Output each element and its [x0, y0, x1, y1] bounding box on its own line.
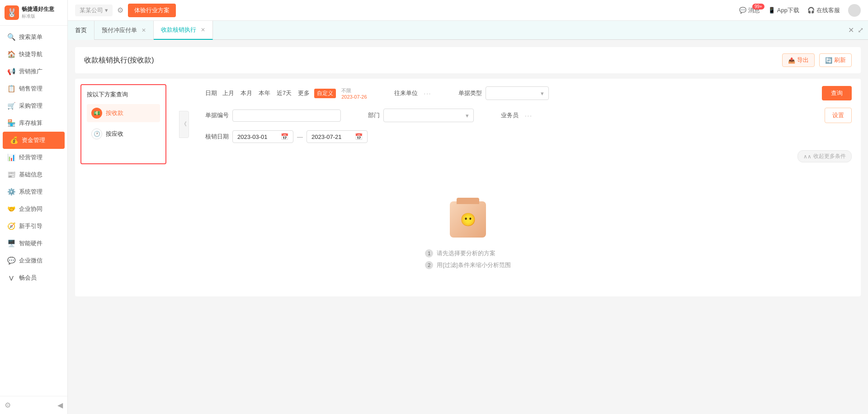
sidebar-item-funds[interactable]: 💰 资金管理 [3, 132, 65, 149]
message-icon: 💬 [739, 7, 746, 14]
staff-dots-icon: ··· [525, 112, 533, 119]
logo-text: 畅捷通好生意 标准版 [22, 6, 54, 19]
filter-verify-date-item: 核销日期 📅 — 📅 [205, 130, 368, 143]
tab-receipt-verify-close[interactable]: ✕ [201, 27, 205, 33]
sidebar-item-basic[interactable]: 📰 基础信息 [0, 166, 67, 183]
export-icon: 📤 [788, 57, 795, 64]
tab-bar-actions: ✕ ⤢ [848, 26, 868, 34]
sidebar-item-sales[interactable]: 📋 销售管理 [0, 80, 67, 97]
online-service-label: 在线客服 [816, 6, 840, 14]
panel-collapse-btn[interactable]: 《 [179, 111, 189, 138]
app-download-label: App下载 [777, 6, 799, 14]
tab-prepay-label: 预付冲应付单 [102, 26, 137, 34]
query-option-by-receivable[interactable]: 🕐 按应收 [87, 125, 160, 143]
date-opt-this-month[interactable]: 本月 [239, 88, 254, 98]
user-avatar[interactable] [848, 4, 861, 17]
sidebar-item-basic-label: 基础信息 [19, 171, 42, 179]
sidebar-item-system[interactable]: ⚙️ 系统管理 [0, 183, 67, 200]
setting-btn[interactable]: 设置 [825, 108, 852, 123]
sidebar-item-inventory[interactable]: 🏪 库存核算 [0, 114, 67, 132]
filter-row-3: 核销日期 📅 — 📅 [205, 130, 852, 143]
online-service-btn[interactable]: 🎧 在线客服 [807, 6, 840, 14]
setting-actions: 设置 [825, 108, 852, 123]
sidebar-item-search-label: 搜索菜单 [19, 33, 42, 41]
sidebar-item-wechat[interactable]: 💬 企业微信 [0, 252, 67, 269]
app-download-btn[interactable]: 📱 App下载 [768, 6, 799, 14]
collapse-arrow-icon: 《 [181, 120, 187, 128]
filter-row-2: 单据编号 部门 ▾ 业务员 ··· [205, 108, 852, 123]
operations-icon: 📊 [7, 153, 15, 162]
date-range-separator: — [297, 133, 303, 140]
search-icon: 🔍 [7, 33, 15, 41]
home-icon: 🏠 [7, 50, 15, 58]
tab-receipt-verify[interactable]: 收款核销执行 ✕ [154, 21, 213, 40]
refresh-btn[interactable]: 🔄 刷新 [819, 53, 852, 67]
refresh-label: 刷新 [834, 56, 846, 64]
bill-type-select[interactable]: ▾ [486, 86, 549, 100]
settings-icon[interactable]: ⚙ [5, 401, 11, 409]
calendar-to-icon[interactable]: 📅 [355, 133, 363, 140]
date-opt-last-month[interactable]: 上月 [221, 88, 236, 98]
sidebar-item-hardware[interactable]: 🖥️ 智能硬件 [0, 235, 67, 252]
sidebar-item-search[interactable]: 🔍 搜索菜单 [0, 29, 67, 46]
tab-prepay[interactable]: 预付冲应付单 ✕ [94, 21, 154, 40]
service-icon: 🎧 [807, 7, 815, 14]
query-btn[interactable]: 查询 [822, 86, 852, 100]
tab-receipt-verify-label: 收款核销执行 [161, 26, 196, 34]
filter-date-item: 日期 上月 本月 本年 近7天 更多 自定义 不限 2 [205, 87, 367, 100]
sidebar: 🐰 畅捷通好生意 标准版 🔍 搜索菜单 🏠 快捷导航 📢 营销推广 📋 销售管理… [0, 0, 68, 414]
top-header: 某某公司 ▾ ⚙ 体验行业方案 💬 消息 99+ 📱 App下载 🎧 在线客服 [68, 0, 868, 21]
funds-icon: 💰 [10, 136, 18, 144]
header-right: 💬 消息 99+ 📱 App下载 🎧 在线客服 [739, 4, 861, 17]
sidebar-item-purchase[interactable]: 🛒 采购管理 [0, 97, 67, 114]
bill-no-label: 单据编号 [205, 111, 229, 119]
industry-btn[interactable]: 体验行业方案 [128, 4, 176, 17]
collapse-conditions-btn[interactable]: ∧∧ 收起更多条件 [797, 150, 852, 162]
dept-select[interactable]: ▾ [383, 109, 474, 122]
counterpart-label: 往来单位 [394, 89, 418, 97]
sidebar-item-sales-label: 销售管理 [19, 85, 42, 93]
tip-num-2: 2 [425, 261, 433, 269]
page-content: 收款核销执行(按收款) 📤 导出 🔄 刷新 按以下方案查询 💵 [68, 40, 868, 414]
verify-date-to-input[interactable] [311, 133, 352, 140]
tab-prepay-close[interactable]: ✕ [142, 27, 146, 33]
query-option-by-receipt[interactable]: 💵 按收款 [87, 104, 160, 122]
basic-icon: 📰 [7, 171, 15, 179]
sidebar-item-member[interactable]: V 畅会员 [0, 269, 67, 286]
verify-date-from-input[interactable] [237, 133, 278, 140]
collapse-conditions-label: 收起更多条件 [813, 152, 846, 160]
message-btn[interactable]: 💬 消息 99+ [739, 6, 760, 14]
sidebar-item-purchase-label: 采购管理 [19, 102, 42, 110]
sidebar-nav: 🔍 搜索菜单 🏠 快捷导航 📢 营销推广 📋 销售管理 🛒 采购管理 🏪 库存核… [0, 26, 67, 396]
date-opt-7days[interactable]: 近7天 [275, 88, 293, 98]
company-name: 某某公司 [80, 6, 103, 14]
filter-and-actions: 按以下方案查询 💵 按收款 🕐 按应收 《 [75, 79, 861, 170]
tab-home-label: 首页 [75, 26, 87, 34]
sidebar-item-inventory-label: 库存核算 [19, 119, 42, 127]
sidebar-item-enterprise[interactable]: 🤝 企业协同 [0, 200, 67, 218]
empty-tip-2-text: 用[过滤]条件来缩小分析范围 [437, 261, 510, 269]
download-icon: 📱 [768, 7, 775, 14]
filter-counterpart-item: 往来单位 ··· [394, 89, 432, 97]
company-selector[interactable]: 某某公司 ▾ [75, 5, 113, 16]
calendar-from-icon[interactable]: 📅 [281, 133, 288, 140]
receivable-option-icon: 🕐 [91, 128, 102, 139]
bill-no-input[interactable] [232, 109, 341, 122]
sidebar-item-operations[interactable]: 📊 经营管理 [0, 149, 67, 166]
export-btn[interactable]: 📤 导出 [782, 53, 815, 67]
gear-icon[interactable]: ⚙ [117, 6, 123, 14]
dept-chevron-icon: ▾ [466, 112, 469, 119]
date-opt-this-year[interactable]: 本年 [257, 88, 272, 98]
sidebar-item-marketing[interactable]: 📢 营销推广 [0, 63, 67, 80]
tab-maximize-icon[interactable]: ⤢ [858, 26, 863, 34]
date-opt-more[interactable]: 更多 [296, 88, 311, 98]
date-opt-custom[interactable]: 自定义 [314, 89, 336, 98]
sidebar-item-guide[interactable]: 🧭 新手引导 [0, 218, 67, 235]
sidebar-item-quicknav[interactable]: 🏠 快捷导航 [0, 46, 67, 63]
query-option-receipt-label: 按收款 [106, 109, 123, 117]
sidebar-bottom: ⚙ ◀ [0, 396, 67, 414]
collapse-sidebar-icon[interactable]: ◀ [57, 401, 63, 409]
tab-close-all-icon[interactable]: ✕ [848, 26, 854, 34]
tab-home[interactable]: 首页 [68, 21, 94, 40]
message-badge: 99+ [752, 4, 764, 10]
